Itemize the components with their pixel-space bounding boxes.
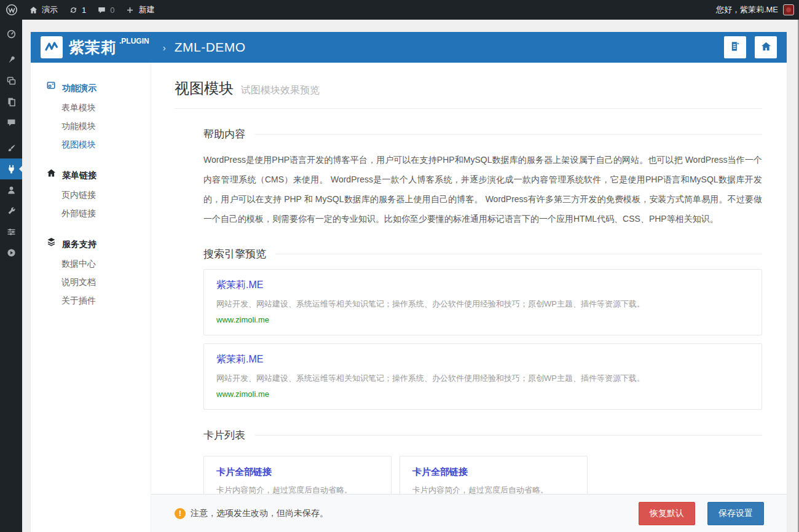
account-greeting[interactable]: 您好，紫茉莉.ME	[716, 4, 778, 15]
rail-posts-icon[interactable]	[0, 49, 22, 70]
rail-users-icon[interactable]	[0, 179, 22, 200]
plugin-page-name: ZML-DEMO	[175, 40, 246, 55]
updates-icon	[69, 6, 78, 15]
sidebar-item-docs[interactable]: 说明文档	[31, 273, 151, 291]
user-avatar[interactable]	[783, 4, 794, 15]
demo-screen-icon	[46, 80, 57, 96]
card-desc: 卡片内容简介，超过宽度后自动省略。	[412, 485, 575, 494]
wp-admin-menu-rail	[0, 20, 22, 532]
warning-icon: !	[175, 508, 186, 519]
layers-icon	[46, 236, 57, 252]
rail-plugins-icon[interactable]	[0, 158, 22, 179]
content-area: 视图模块 试图模块效果预览 帮助内容 WordPress是使用PHP语言开发的博…	[151, 63, 787, 494]
rail-media-icon[interactable]	[0, 70, 22, 91]
rail-pages-icon[interactable]	[0, 91, 22, 112]
search-result-title[interactable]: 紫茉莉.ME	[216, 279, 749, 292]
section-divider	[276, 254, 762, 254]
card-title-link[interactable]: 卡片全部链接	[216, 466, 379, 478]
sidebar-item-view-module[interactable]: 视图模块	[31, 135, 151, 154]
plugin-panel: 紫茉莉 .PLUGIN › ZML-DEMO	[31, 32, 787, 532]
unsaved-notice: 注意，选项发生改动，但尚未保存。	[191, 508, 328, 519]
sidebar-item-form-module[interactable]: 表单模块	[31, 98, 151, 117]
page-subtitle: 试图模块效果预览	[241, 84, 320, 97]
reset-defaults-button[interactable]: 恢复默认	[639, 502, 695, 525]
section-divider	[255, 134, 762, 135]
brand-name: 紫茉莉	[69, 37, 117, 58]
wp-admin-bar: 演示 1 0 新建 您好，紫茉莉.ME	[0, 0, 799, 20]
list-card: 卡片全部链接 卡片内容简介，超过宽度后自动省略。 www.xxx.com	[399, 456, 588, 494]
card-desc: 卡片内容简介，超过宽度后自动省略。	[216, 485, 379, 494]
search-result-desc: 网站开发、网站建设、系统运维等相关知识笔记；操作系统、办公软件使用经验和技巧；原…	[216, 373, 749, 384]
rail-play-circle-icon[interactable]	[0, 242, 22, 263]
site-name: 演示	[42, 4, 58, 15]
home-button[interactable]	[755, 36, 777, 58]
sidebar-section-demo[interactable]: 功能演示	[31, 80, 151, 98]
home-icon	[760, 41, 772, 54]
sidebar-section-support[interactable]: 服务支持	[31, 236, 151, 254]
sidebar-section-label: 功能演示	[62, 80, 96, 96]
card-list-heading: 卡片列表	[203, 428, 245, 442]
search-result-title[interactable]: 紫茉莉.ME	[216, 353, 749, 366]
card-title-link[interactable]: 卡片全部链接	[412, 466, 575, 478]
sidebar-item-function-module[interactable]: 功能模块	[31, 117, 151, 135]
plugin-sidebar: 功能演示 表单模块 功能模块 视图模块 菜单链接 页内链接 外部链接	[31, 63, 151, 532]
sidebar-section-label: 服务支持	[62, 236, 96, 252]
help-section-heading: 帮助内容	[203, 127, 245, 141]
sidebar-item-inpage-link[interactable]: 页内链接	[31, 186, 151, 204]
document-icon	[730, 41, 741, 54]
list-card: 卡片全部链接 卡片内容简介，超过宽度后自动省略。 www.xxx.com	[203, 456, 392, 494]
page-title: 视图模块	[175, 79, 234, 98]
section-divider	[255, 435, 762, 436]
save-settings-button[interactable]: 保存设置	[707, 502, 764, 525]
settings-footer: ! 注意，选项发生改动，但尚未保存。 恢复默认 保存设置	[151, 494, 787, 532]
sidebar-section-label: 菜单链接	[62, 167, 96, 183]
home-icon	[46, 167, 57, 183]
rail-appearance-icon[interactable]	[0, 138, 22, 158]
updates-menu[interactable]: 1	[63, 0, 92, 20]
help-paragraph: WordPress是使用PHP语言开发的博客平台，用户可以在支持PHP和MySQ…	[203, 150, 762, 229]
sidebar-section-menu-links[interactable]: 菜单链接	[31, 167, 151, 186]
home-icon	[29, 6, 38, 15]
rail-dashboard-icon[interactable]	[0, 23, 22, 44]
docs-button[interactable]	[724, 36, 746, 58]
brand-logo-icon	[41, 36, 63, 58]
new-label: 新建	[138, 4, 154, 15]
new-content-menu[interactable]: 新建	[120, 0, 160, 20]
search-result-desc: 网站开发、网站建设、系统运维等相关知识笔记；操作系统、办公软件使用经验和技巧；原…	[216, 299, 749, 310]
comments-menu[interactable]: 0	[92, 0, 120, 20]
brand-suffix: .PLUGIN	[119, 37, 149, 45]
breadcrumb-separator: ›	[163, 42, 166, 53]
search-result-card: 紫茉莉.ME 网站开发、网站建设、系统运维等相关知识笔记；操作系统、办公软件使用…	[203, 269, 762, 335]
wordpress-logo-icon	[6, 4, 18, 16]
updates-count: 1	[82, 6, 86, 15]
plus-icon	[125, 6, 135, 15]
search-preview-heading: 搜索引擎预览	[203, 247, 266, 261]
search-result-url: www.zimoli.me	[216, 315, 749, 324]
search-result-url: www.zimoli.me	[216, 389, 749, 399]
rail-comments-icon[interactable]	[0, 112, 22, 133]
plugin-header: 紫茉莉 .PLUGIN › ZML-DEMO	[31, 32, 787, 63]
rail-tools-icon[interactable]	[0, 200, 22, 221]
sidebar-item-about-plugin[interactable]: 关于插件	[31, 291, 151, 310]
comments-icon	[97, 6, 106, 15]
comments-count: 0	[110, 6, 114, 15]
search-result-card: 紫茉莉.ME 网站开发、网站建设、系统运维等相关知识笔记；操作系统、办公软件使用…	[203, 343, 762, 410]
sidebar-item-external-link[interactable]: 外部链接	[31, 204, 151, 222]
site-link[interactable]: 演示	[23, 0, 63, 20]
sidebar-item-data-center[interactable]: 数据中心	[31, 254, 151, 273]
rail-settings-icon[interactable]	[0, 221, 22, 242]
wp-logo-menu[interactable]	[0, 0, 23, 20]
